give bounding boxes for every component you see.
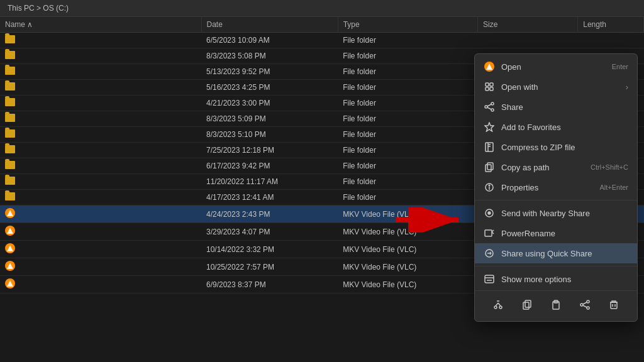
svg-point-18 <box>491 102 494 105</box>
vlc-icon <box>484 61 495 72</box>
svg-rect-51 <box>523 302 529 309</box>
more-icon <box>484 273 495 285</box>
folder-icon <box>5 67 15 75</box>
menu-item-properties[interactable]: Properties Alt+Enter <box>475 177 637 197</box>
svg-line-22 <box>487 107 491 109</box>
col-name[interactable]: Name ∧ <box>0 17 201 33</box>
svg-line-21 <box>487 104 491 106</box>
vlc-file-icon <box>5 278 15 290</box>
star-icon <box>484 121 495 133</box>
svg-line-48 <box>498 303 501 306</box>
shortcut-open: Enter <box>612 63 628 70</box>
share-icon <box>484 101 495 112</box>
folder-icon <box>5 161 15 169</box>
red-arrow <box>396 207 471 234</box>
copy-button[interactable] <box>518 296 536 314</box>
svg-point-55 <box>580 304 583 306</box>
shortcut-copy-path: Ctrl+Shift+C <box>591 163 628 171</box>
vlc-file-icon <box>5 226 15 238</box>
menu-divider-2 <box>475 266 637 266</box>
menu-label-open: Open <box>501 62 521 72</box>
menu-label-power-rename: PowerRename <box>501 229 555 238</box>
menu-label-compress-zip: Compress to ZIP file <box>501 143 575 152</box>
svg-rect-17 <box>490 87 493 90</box>
rename-icon <box>484 228 495 239</box>
folder-icon <box>5 35 15 43</box>
svg-rect-14 <box>486 83 489 86</box>
svg-line-57 <box>583 302 587 304</box>
menu-item-nearby-share[interactable]: Send with Nearby Share <box>475 203 637 223</box>
breadcrumb: This PC > OS (C:) <box>0 0 644 17</box>
menu-item-copy-path[interactable]: Copy as path Ctrl+Shift+C <box>475 157 637 177</box>
menu-item-favorites[interactable]: Add to Favorites <box>475 117 637 137</box>
svg-rect-29 <box>486 165 491 172</box>
svg-point-46 <box>499 306 502 309</box>
menu-item-share[interactable]: Share <box>475 97 637 117</box>
arrow-icon: › <box>626 82 628 92</box>
svg-point-19 <box>485 106 487 108</box>
col-length[interactable]: Length <box>578 17 644 33</box>
menu-label-share: Share <box>501 102 523 112</box>
copy-path-icon <box>484 162 495 173</box>
folder-icon <box>5 51 15 59</box>
svg-point-34 <box>488 212 491 214</box>
vlc-file-icon <box>5 261 15 273</box>
open-with-icon <box>484 81 495 92</box>
menu-label-favorites: Add to Favorites <box>501 123 561 132</box>
paste-button[interactable] <box>547 296 565 314</box>
vlc-file-icon <box>5 208 15 220</box>
svg-rect-35 <box>485 230 492 236</box>
svg-rect-59 <box>611 302 617 309</box>
svg-rect-15 <box>490 83 493 86</box>
menu-item-open[interactable]: Open Enter <box>475 57 637 77</box>
folder-icon <box>5 82 15 90</box>
folder-icon <box>5 177 15 185</box>
svg-point-54 <box>587 300 589 303</box>
menu-label-copy-path: Copy as path <box>501 163 550 172</box>
svg-rect-24 <box>486 143 493 151</box>
svg-line-47 <box>496 303 498 306</box>
menu-label-open-with: Open with <box>501 82 538 92</box>
vlc-file-icon <box>5 243 15 255</box>
col-size[interactable]: Size <box>477 17 577 33</box>
svg-point-20 <box>491 109 494 111</box>
menu-label-nearby-share: Send with Nearby Share <box>501 209 590 218</box>
folder-icon <box>5 145 15 153</box>
svg-rect-16 <box>486 87 489 90</box>
col-date[interactable]: Date <box>201 17 338 33</box>
folder-icon <box>5 192 15 200</box>
menu-label-properties: Properties <box>501 183 538 192</box>
menu-item-power-rename[interactable]: PowerRename <box>475 223 637 243</box>
folder-icon <box>5 114 15 122</box>
menu-item-more-options[interactable]: Show more options <box>475 269 637 289</box>
svg-rect-28 <box>487 163 493 170</box>
menu-bottom-icons <box>475 290 637 319</box>
zip-icon <box>484 141 495 153</box>
svg-rect-50 <box>525 300 531 307</box>
quick-share-icon <box>484 248 495 259</box>
menu-item-compress-zip[interactable]: Compress to ZIP file <box>475 137 637 157</box>
folder-icon <box>5 98 15 106</box>
col-type[interactable]: Type <box>338 17 477 33</box>
menu-label-quick-share: Share using Quick Share <box>501 249 592 258</box>
nearby-icon <box>484 207 495 219</box>
svg-rect-42 <box>485 275 494 283</box>
table-row[interactable]: 6/5/2023 10:09 AMFile folder <box>0 33 644 48</box>
svg-point-32 <box>489 185 490 186</box>
menu-label-more-options: Show more options <box>501 275 571 284</box>
properties-icon <box>484 182 495 193</box>
svg-point-56 <box>587 307 589 309</box>
svg-marker-23 <box>485 123 494 131</box>
cut-button[interactable] <box>489 296 507 314</box>
context-menu: Open Enter Open with › Share <box>474 53 638 322</box>
folder-icon <box>5 129 15 138</box>
menu-item-quick-share[interactable]: Share using Quick Share <box>475 243 637 263</box>
menu-item-open-with[interactable]: Open with › <box>475 77 637 97</box>
menu-divider-1 <box>475 200 637 200</box>
delete-button[interactable] <box>605 296 623 314</box>
svg-line-58 <box>583 305 587 307</box>
svg-point-45 <box>494 306 497 309</box>
shortcut-properties: Alt+Enter <box>599 184 628 191</box>
share-bottom-button[interactable] <box>576 296 594 314</box>
